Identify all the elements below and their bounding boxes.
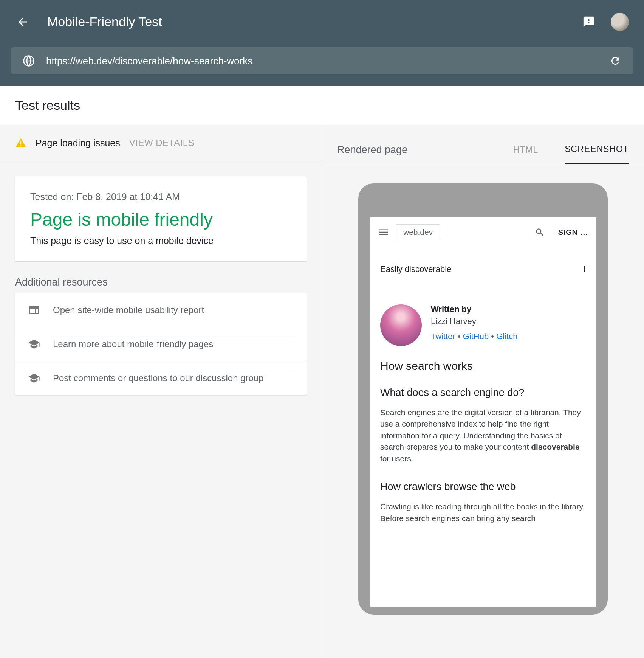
tab-html[interactable]: HTML: [513, 136, 539, 164]
rendered-screenshot: web.dev SIGN … Easily discoverable I Wri…: [370, 217, 596, 607]
warning-icon: [15, 137, 26, 149]
resource-label: Post comments or questions to our discus…: [53, 372, 294, 384]
tested-on: Tested on: Feb 8, 2019 at 10:41 AM: [30, 191, 291, 202]
preview-link-glitch: Glitch: [496, 332, 517, 341]
preview-p1c: for users.: [380, 454, 413, 463]
globe-icon: [23, 55, 35, 67]
left-pane: Page loading issues VIEW DETAILS Tested …: [0, 125, 322, 658]
back-button[interactable]: [15, 14, 30, 29]
refresh-icon: [610, 55, 621, 67]
url-bar[interactable]: https://web.dev/discoverable/how-search-…: [11, 47, 633, 74]
preview-p1b: discoverable: [531, 442, 579, 451]
hamburger-icon: [378, 227, 389, 238]
preview-crumb-right: I: [584, 264, 586, 274]
feedback-icon: [582, 16, 595, 28]
user-avatar[interactable]: [611, 13, 629, 31]
app-title: Mobile-Friendly Test: [47, 14, 162, 29]
preview-paragraph-1: Search engines are the digital version o…: [380, 407, 586, 464]
resources-heading: Additional resources: [15, 276, 307, 288]
web-icon: [28, 304, 40, 316]
tab-screenshot[interactable]: SCREENSHOT: [565, 136, 629, 164]
school-icon: [28, 338, 40, 350]
results-heading: Test results: [0, 86, 644, 125]
preview-h1: How search works: [380, 360, 586, 372]
rendered-page-label: Rendered page: [337, 144, 407, 156]
resource-label: Open site-wide mobile usability report: [53, 304, 294, 316]
resource-learn-more[interactable]: Learn more about mobile-friendly pages: [15, 327, 307, 361]
preview-sign-in: SIGN …: [558, 228, 588, 237]
resource-label: Learn more about mobile-friendly pages: [53, 338, 294, 350]
arrow-left-icon: [16, 16, 29, 28]
verdict-subtitle: This page is easy to use on a mobile dev…: [30, 235, 291, 246]
school-icon: [28, 372, 40, 384]
phone-frame: web.dev SIGN … Easily discoverable I Wri…: [358, 183, 608, 615]
right-pane: Rendered page HTML SCREENSHOT web.dev SI…: [322, 125, 644, 658]
result-card: Tested on: Feb 8, 2019 at 10:41 AM Page …: [15, 176, 307, 261]
preview-paragraph-2: Crawling is like reading through all the…: [380, 501, 586, 524]
refresh-button[interactable]: [609, 55, 621, 67]
preview-author-avatar: [380, 304, 422, 346]
preview-breadcrumb: Easily discoverable: [380, 264, 451, 274]
issues-bar: Page loading issues VIEW DETAILS: [0, 125, 322, 161]
preview-link-github: GitHub: [463, 332, 489, 341]
preview-author-name: Lizzi Harvey: [431, 317, 517, 326]
app-header: Mobile-Friendly Test https://web.dev/dis…: [0, 0, 644, 86]
issues-label: Page loading issues: [36, 138, 120, 149]
preview-written-by: Written by: [431, 304, 517, 314]
feedback-button[interactable]: [582, 15, 596, 29]
preview-h2-a: What does a search engine do?: [380, 387, 586, 399]
preview-brand: web.dev: [396, 224, 440, 240]
search-icon: [535, 227, 545, 237]
resources-card: Open site-wide mobile usability report L…: [15, 293, 307, 395]
resource-discussion[interactable]: Post comments or questions to our discus…: [15, 361, 307, 395]
preview-h2-b: How crawlers browse the web: [380, 481, 586, 493]
preview-link-twitter: Twitter: [431, 332, 455, 341]
url-text: https://web.dev/discoverable/how-search-…: [46, 55, 598, 67]
verdict-title: Page is mobile friendly: [30, 209, 291, 230]
resource-usability-report[interactable]: Open site-wide mobile usability report: [15, 293, 307, 327]
view-details-button[interactable]: VIEW DETAILS: [129, 138, 194, 148]
preview-author-links: Twitter • GitHub • Glitch: [431, 332, 517, 341]
